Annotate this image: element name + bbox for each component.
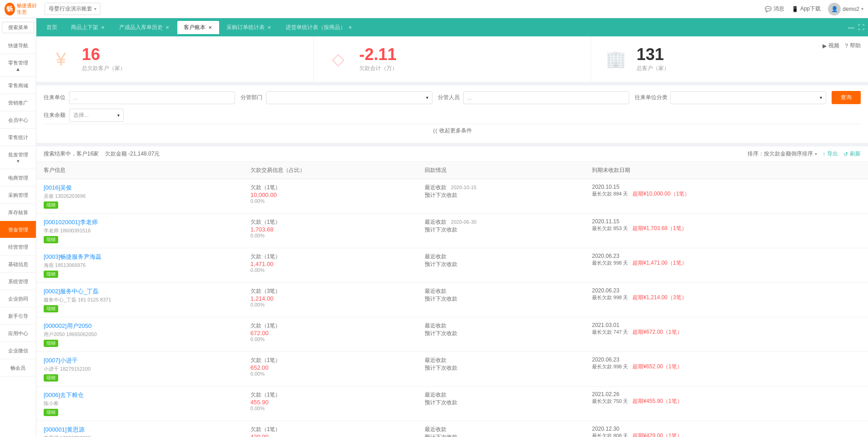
recovery-label: 最近收款: [425, 391, 577, 399]
sidebar-item-chang-member[interactable]: 畅会员: [0, 359, 36, 377]
debt-amount[interactable]: 652.00: [251, 364, 410, 371]
customer-name-link[interactable]: [0007]小进千: [44, 357, 78, 364]
sidebar-item-app-center[interactable]: 应用中心: [0, 325, 36, 342]
customer-name-link[interactable]: [000002]用户2050: [44, 322, 92, 329]
customer-info-cell: [0003]畅捷服务尹海蕊 海燕 18513066976 现销: [36, 248, 243, 283]
overdue-amount-link[interactable]: 超期¥1,703.68（1笔）: [632, 225, 687, 231]
due-date-cell: 2021.03.01 最长欠款 747 天 超期¥672.00（1笔）: [585, 317, 868, 352]
overdue-amount-link[interactable]: 超期¥1,214.00（3笔）: [632, 294, 687, 301]
app-icon: 📱: [792, 6, 798, 12]
filter-manager-input[interactable]: ...: [463, 91, 629, 104]
due-date: 2020.06.23: [592, 253, 861, 259]
recovery-label: 最近收款: [425, 253, 577, 261]
arrow-icon: ▲: [15, 66, 20, 72]
due-date-cell: 2020.11.15 最长欠款 853 天 超期¥1,703.68（1笔）: [585, 214, 868, 248]
sidebar-item-finance[interactable]: 资金管理: [0, 221, 36, 238]
avatar: 👤: [828, 3, 841, 15]
export-button[interactable]: ↑ 导出: [823, 150, 838, 158]
debt-amount[interactable]: 1,214.00: [251, 295, 410, 302]
company-select[interactable]: 母婴行业演示账套 ▾: [45, 3, 100, 15]
overdue-amount-link[interactable]: 超期¥652.00（1笔）: [632, 363, 682, 370]
sort-button[interactable]: 排序：按欠款金额倒序排序 ▾: [748, 150, 817, 158]
overdue-amount-link[interactable]: 超期¥672.00（1笔）: [632, 329, 682, 335]
debt-amount[interactable]: 1,703.68: [251, 226, 410, 233]
sidebar-item-retail-management[interactable]: 零售管理 ▲: [0, 54, 36, 77]
overdue-amount-link[interactable]: 超期¥10,000.00（1笔）: [632, 191, 690, 197]
customer-name-link[interactable]: [000001]黄思源: [44, 426, 85, 433]
tab-home[interactable]: 首页: [40, 21, 64, 34]
debt-amount[interactable]: 10,000.00: [251, 191, 410, 198]
filter-balance-select[interactable]: 选择... ▾: [69, 109, 124, 122]
sidebar-item-enterprise[interactable]: 企业协同: [0, 290, 36, 307]
filter-category-select[interactable]: ▾: [670, 91, 826, 104]
tab-minimize-button[interactable]: —: [848, 24, 854, 31]
customer-name-link[interactable]: [0002]服务中心_丁磊: [44, 288, 99, 295]
sidebar-item-system[interactable]: 系统管理: [0, 273, 36, 290]
debt-amount[interactable]: 429.00: [251, 433, 410, 437]
tab-purchase-stats[interactable]: 采购订单统计表 ✕: [220, 21, 278, 34]
filter-company-input[interactable]: ...: [69, 91, 235, 104]
search-button[interactable]: 查询: [832, 91, 861, 104]
filter-dept-label: 分管部门: [241, 94, 263, 101]
sidebar-item-wholesale[interactable]: 批发管理 ▾: [0, 146, 36, 169]
refresh-icon: ↺: [843, 151, 848, 157]
table-row: [0016]吴俊 吴俊 13026203696 现销 欠款（1笔） 10,000…: [36, 179, 868, 214]
debt-pct: 0.00%: [251, 233, 410, 238]
sidebar-item-guide[interactable]: 新手引导: [0, 307, 36, 325]
customer-name-link[interactable]: [0016]吴俊: [44, 184, 72, 191]
message-button[interactable]: 💬 消息: [765, 5, 784, 13]
sidebar-item-retail-stats[interactable]: 零售统计: [0, 129, 36, 146]
recovery-label: 最近收款 2020-10-15: [425, 184, 577, 191]
debt-amount[interactable]: 455.90: [251, 399, 410, 406]
sidebar-item-quicknav[interactable]: 快捷导航: [0, 37, 36, 54]
customer-name-link[interactable]: [0001020001]李老师: [44, 219, 98, 226]
customer-name-link[interactable]: [0003]畅捷服务尹海蕊: [44, 253, 101, 260]
tab-close-icon-2[interactable]: ✕: [165, 25, 170, 30]
stat-info-total-customers: 131 总客户（家）: [637, 46, 669, 72]
debt-info-cell: 欠款（1笔） 652.00 0.00%: [243, 352, 417, 387]
logo-area: 畅 畅捷通好生意: [5, 3, 41, 15]
customer-tag: 现销: [44, 374, 58, 382]
customer-info-cell: [0002]服务中心_丁磊 服务中心_丁磊 181 0125 8371 现销: [36, 283, 243, 317]
sidebar-item-retail-mall[interactable]: 零售商城: [0, 77, 36, 94]
tab-purchase-product-stats[interactable]: 进货单统计表（按商品） ✕: [279, 21, 359, 34]
overdue-amount-link[interactable]: 超期¥429.00（1笔）: [632, 432, 682, 437]
sidebar-item-ecommerce[interactable]: 电商管理: [0, 169, 36, 186]
collapse-button[interactable]: ⟨⟨ 收起更多条件: [44, 124, 861, 137]
debt-pct: 0.00%: [251, 267, 410, 273]
tab-product-history[interactable]: 产成品入库单历史 ✕: [113, 21, 176, 34]
due-date: 2020.10.15: [592, 184, 861, 190]
sidebar-item-operations[interactable]: 经营管理: [0, 238, 36, 256]
refresh-button[interactable]: ↺ 刷新: [843, 150, 861, 158]
sidebar-item-inventory[interactable]: 库存核算: [0, 204, 36, 221]
tab-maximize-button[interactable]: ⛶: [858, 24, 864, 31]
next-recovery-label: 预计下次收款: [425, 226, 577, 234]
debt-amount[interactable]: 1,471.00: [251, 261, 410, 267]
sidebar-item-purchase[interactable]: 采购管理: [0, 186, 36, 204]
tab-close-icon-3[interactable]: ✕: [207, 25, 213, 30]
debt-amount[interactable]: 672.00: [251, 330, 410, 337]
tab-customer-ledger[interactable]: 客户账本 ✕: [177, 21, 219, 34]
help-button[interactable]: ? 帮助: [845, 42, 861, 50]
sidebar-item-basic-info[interactable]: 基础信息: [0, 256, 36, 273]
tab-close-icon-5[interactable]: ✕: [347, 25, 353, 30]
recovery-label: 最近收款: [425, 426, 577, 433]
customer-name-link[interactable]: [0006]去下粮仓: [44, 392, 84, 398]
tab-close-icon[interactable]: ✕: [100, 25, 105, 30]
tab-product-listing[interactable]: 商品上下架 ✕: [65, 21, 112, 34]
sidebar-item-marketing[interactable]: 营销推广: [0, 94, 36, 111]
app-download-button[interactable]: 📱 App下载: [792, 5, 821, 13]
filter-dept-select[interactable]: ▾: [266, 91, 432, 104]
app-container: 畅 畅捷通好生意 母婴行业演示账套 ▾ 💬 消息 📱 App下载 👤 demo: [0, 0, 868, 437]
sidebar-item-wechat[interactable]: 企业微信: [0, 342, 36, 359]
video-button[interactable]: ▶ 视频: [823, 42, 839, 50]
user-menu[interactable]: 👤 demo2 ▾: [828, 3, 863, 15]
search-menu-button[interactable]: 搜索菜单: [2, 22, 34, 33]
filter-category-label: 往来单位分类: [635, 94, 667, 101]
user-chevron-icon: ▾: [861, 6, 863, 11]
overdue-amount-link[interactable]: 超期¥455.90（1笔）: [632, 398, 682, 404]
tab-close-icon-4[interactable]: ✕: [266, 25, 272, 30]
overdue-amount-link[interactable]: 超期¥1,471.00（1笔）: [632, 260, 687, 266]
overdue-days: 最长欠款 853 天 超期¥1,703.68（1笔）: [592, 225, 861, 232]
sidebar-item-member[interactable]: 会员中心: [0, 111, 36, 129]
